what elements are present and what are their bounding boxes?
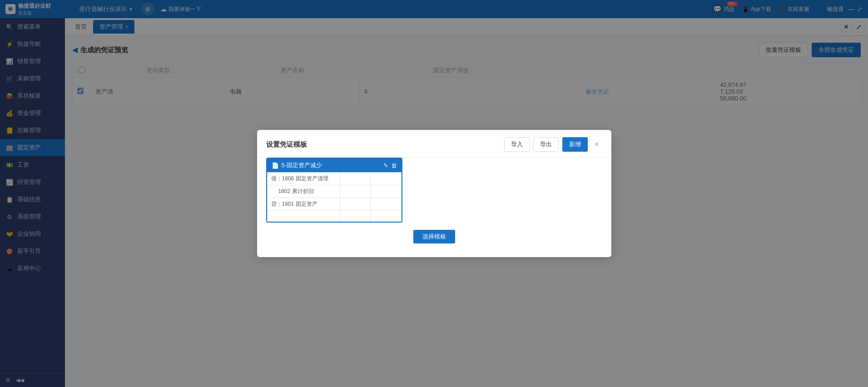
template-entry-row: 借：1606 固定资产清理 (267, 173, 401, 185)
select-template-button[interactable]: 选择模板 (413, 230, 455, 243)
template-card-header-left: 📄 5-固定资产减少 (272, 161, 322, 169)
template-card-actions: ✎ 🗑 (383, 162, 397, 169)
template-card-body: 借：1606 固定资产清理 1602 累计折旧 贷：1601 固定资产 (267, 172, 402, 222)
template-entries-table: 借：1606 固定资产清理 1602 累计折旧 贷：1601 固定资产 (267, 172, 402, 222)
entry-credit-1 (371, 173, 401, 185)
modal-close-button[interactable]: × (591, 139, 602, 150)
entry-credit-2 (371, 185, 401, 198)
modal-title: 设置凭证模板 (266, 140, 307, 149)
export-button[interactable]: 导出 (533, 137, 559, 152)
template-card-header: 📄 5-固定资产减少 ✎ 🗑 (267, 159, 402, 172)
new-template-button[interactable]: 新增 (562, 137, 588, 152)
entry-debit-4 (340, 211, 370, 222)
entry-debit-1 (340, 173, 370, 185)
template-doc-icon: 📄 (272, 162, 279, 169)
entry-credit-4 (371, 211, 401, 222)
modal-body: 📄 5-固定资产减少 ✎ 🗑 借：1606 固定资产清理 (257, 158, 611, 257)
template-edit-button[interactable]: ✎ (383, 162, 388, 169)
entry-type-2: 1602 累计折旧 (267, 185, 340, 198)
template-entry-row: 1602 累计折旧 (267, 185, 401, 198)
entry-type-3: 贷：1601 固定资产 (267, 198, 340, 211)
entry-debit-3 (340, 198, 370, 211)
set-template-modal: 设置凭证模板 导入 导出 新增 × 📄 5-固定资产减少 ✎ 🗑 (257, 130, 611, 257)
template-card-title: 5-固定资产减少 (282, 161, 322, 169)
modal-overlay: 设置凭证模板 导入 导出 新增 × 📄 5-固定资产减少 ✎ 🗑 (0, 0, 868, 387)
entry-debit-2 (340, 185, 370, 198)
template-entry-row: 贷：1601 固定资产 (267, 198, 401, 211)
template-card: 📄 5-固定资产减少 ✎ 🗑 借：1606 固定资产清理 (266, 158, 402, 223)
entry-credit-3 (371, 198, 401, 211)
entry-empty (267, 211, 340, 222)
modal-header: 设置凭证模板 导入 导出 新增 × (257, 130, 611, 158)
template-delete-button[interactable]: 🗑 (391, 162, 397, 169)
template-entry-row (267, 211, 401, 222)
import-button[interactable]: 导入 (504, 137, 530, 152)
entry-type-1: 借：1606 固定资产清理 (267, 173, 340, 185)
